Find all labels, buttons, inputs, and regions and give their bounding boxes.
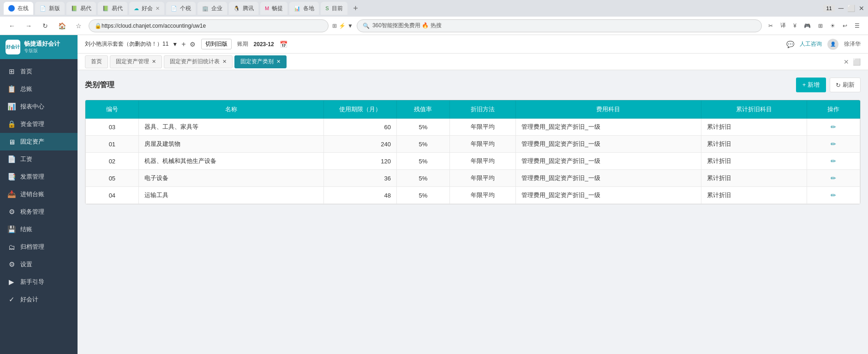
col-header-code: 编号 xyxy=(86,101,139,119)
sidebar-item-funds[interactable]: 🔒 资金管理 xyxy=(0,115,78,133)
forward-button[interactable]: → xyxy=(22,19,35,32)
cell-method-3: 年限平均 xyxy=(449,170,515,187)
sidebar-item-tax[interactable]: ⚙ 税务管理 xyxy=(0,203,78,221)
url-input[interactable]: 🔒 https://cloud.chanjet.com/accounting/u… xyxy=(89,19,329,32)
browser-window-badge: 11 xyxy=(823,5,834,12)
browser-tab-label-0: 在线 xyxy=(18,5,29,12)
refresh-button[interactable]: ↻ 刷新 xyxy=(830,78,861,92)
sidebar-item-home[interactable]: ⊞ 首页 xyxy=(0,63,78,80)
bookmark-button[interactable]: ☆ xyxy=(72,19,85,32)
cell-months-3: 36 xyxy=(324,170,397,187)
close-window-icon[interactable]: ✕ xyxy=(859,5,864,12)
edit-button-2[interactable]: ✏ xyxy=(831,157,836,165)
browser-tab-9[interactable]: 📊 各地 xyxy=(289,2,319,15)
browser-tab-8[interactable]: M 畅提 xyxy=(260,2,287,15)
cell-expense-0: 管理费用_固定资产折旧_一级 xyxy=(516,119,701,136)
cell-accumulated-3: 累计折旧 xyxy=(701,170,807,187)
close-all-tabs-icon[interactable]: ✕ xyxy=(844,58,849,66)
sidebar-item-archive[interactable]: 🗂 归档管理 xyxy=(0,238,78,256)
col-header-accumulated: 累计折旧科目 xyxy=(701,101,807,119)
page-tab-close-fixed-assets-mgmt[interactable]: ✕ xyxy=(152,59,156,65)
new-tab-button[interactable]: + xyxy=(349,2,362,15)
sidebar-item-label-home: 首页 xyxy=(20,67,32,76)
page-tab-close-category[interactable]: ✕ xyxy=(276,59,281,65)
page-tab-fixed-assets-mgmt[interactable]: 固定资产管理 ✕ xyxy=(110,55,162,68)
sidebar-item-settings[interactable]: ⚙ 设置 xyxy=(0,256,78,273)
game-icon[interactable]: 🎮 xyxy=(801,19,814,32)
cell-residual-3: 5% xyxy=(397,170,450,187)
browser-tab-close-4[interactable]: ✕ xyxy=(156,6,160,12)
browser-tab-4[interactable]: ☁ 好会 ✕ xyxy=(129,2,164,15)
cell-expense-3: 管理费用_固定资产折旧_一级 xyxy=(516,170,701,187)
cell-code-1: 01 xyxy=(86,136,139,153)
browser-tab-label-10: 目前 xyxy=(332,5,343,12)
sidebar-item-fixed-assets[interactable]: 🖥 固定资产 xyxy=(0,133,78,150)
calendar-icon[interactable]: 📅 xyxy=(280,41,287,48)
edit-button-4[interactable]: ✏ xyxy=(831,192,836,199)
sidebar-item-label-tax: 税务管理 xyxy=(20,208,44,216)
expand-icon[interactable]: ⬜ xyxy=(853,58,861,66)
reload-button[interactable]: ↻ xyxy=(39,19,52,32)
browser-tab-1[interactable]: 📄 新版 xyxy=(35,2,65,15)
content-area: 类别管理 + 新增 ↻ 刷新 编号 名称 xyxy=(78,70,868,212)
browser-tab-6[interactable]: 🏢 企业 xyxy=(198,2,227,15)
cell-name-4: 运输工具 xyxy=(138,187,324,204)
sidebar-item-reports[interactable]: 📊 报表中心 xyxy=(0,98,78,115)
add-account-icon[interactable]: + xyxy=(181,40,186,48)
browser-tab-7[interactable]: 🐧 腾讯 xyxy=(229,2,258,15)
lightning-icon[interactable]: ⚡ xyxy=(339,23,346,29)
user-avatar: 👤 xyxy=(827,39,838,50)
sidebar-item-ledger[interactable]: 📋 总账 xyxy=(0,80,78,98)
sidebar-item-goodaccount[interactable]: ✓ 好会计 xyxy=(0,291,78,308)
grid-icon[interactable]: ⊞ xyxy=(815,19,826,32)
title-buttons: + 新增 ↻ 刷新 xyxy=(796,78,861,92)
cut-icon[interactable]: ✂ xyxy=(766,19,776,32)
browser-tab-3[interactable]: 📗 易代 xyxy=(98,2,127,15)
switch-version-button[interactable]: 切到旧版 xyxy=(201,39,232,49)
wallet-icon[interactable]: ¥ xyxy=(790,19,799,32)
undo-icon[interactable]: ↩ xyxy=(840,19,850,32)
back-button[interactable]: ← xyxy=(6,19,18,32)
maximize-icon[interactable]: ⬜ xyxy=(847,5,855,12)
translate-icon[interactable]: 译 xyxy=(778,19,789,32)
settings-cog-icon[interactable]: ⚙ xyxy=(190,41,196,48)
browser-tab-5[interactable]: 📄 个税 xyxy=(166,2,196,15)
edit-button-0[interactable]: ✏ xyxy=(831,123,836,131)
cell-residual-2: 5% xyxy=(397,153,450,170)
sidebar-item-invoice[interactable]: 📑 发票管理 xyxy=(0,168,78,186)
sidebar-item-label-ledger: 总账 xyxy=(20,85,32,93)
browser-tab-0[interactable]: 在线 xyxy=(4,2,33,15)
refresh-icon: ↻ xyxy=(836,82,841,89)
sidebar-item-purchase-sales[interactable]: 📥 进销台账 xyxy=(0,186,78,203)
dropdown-icon[interactable]: ▼ xyxy=(347,23,353,29)
search-bar[interactable]: 🔍 360智能抠图免费用 🔥 热搜 xyxy=(357,19,762,32)
page-tab-category[interactable]: 固定资产类别 ✕ xyxy=(234,55,287,68)
app-layout: 好会计 畅捷通好会计 专版版 ⊞ 首页 📋 总账 📊 报表中心 🔒 资金管理 xyxy=(0,35,868,354)
sidebar-item-payroll[interactable]: 📄 工资 xyxy=(0,150,78,168)
menu-icon[interactable]: ☰ xyxy=(852,19,862,32)
brightness-icon[interactable]: ☀ xyxy=(827,19,838,32)
consult-icon: 💬 xyxy=(786,41,794,48)
browser-tab-10[interactable]: S 目前 xyxy=(321,2,347,15)
cell-action-1: ✏ xyxy=(807,136,860,153)
sidebar-item-label-funds: 资金管理 xyxy=(20,120,44,128)
dropdown-arrow-icon[interactable]: ▼ xyxy=(172,41,178,48)
page-tools-icon[interactable]: ⊞ xyxy=(332,23,337,29)
col-header-name: 名称 xyxy=(138,101,324,119)
sidebar-item-label-close-period: 结账 xyxy=(20,225,32,234)
page-tab-home[interactable]: 首页 xyxy=(85,55,108,68)
add-button[interactable]: + 新增 xyxy=(796,78,826,92)
sidebar-item-close-period[interactable]: 💾 结账 xyxy=(0,221,78,238)
cell-method-1: 年限平均 xyxy=(449,136,515,153)
browser-tab-label-3: 易代 xyxy=(112,5,123,12)
consult-label[interactable]: 人工咨询 xyxy=(800,40,822,48)
edit-button-1[interactable]: ✏ xyxy=(831,140,836,148)
sidebar-item-label-archive: 归档管理 xyxy=(20,243,44,251)
home-button[interactable]: 🏠 xyxy=(55,19,68,32)
sidebar-item-guide[interactable]: ▶ 新手引导 xyxy=(0,273,78,291)
minimize-icon[interactable]: ─ xyxy=(838,4,844,12)
page-tab-close-depreciation-table[interactable]: ✕ xyxy=(222,59,227,65)
page-tab-depreciation-table[interactable]: 固定资产折旧统计表 ✕ xyxy=(164,55,233,68)
edit-button-3[interactable]: ✏ xyxy=(831,174,836,182)
browser-tab-2[interactable]: 📗 易代 xyxy=(66,2,96,15)
